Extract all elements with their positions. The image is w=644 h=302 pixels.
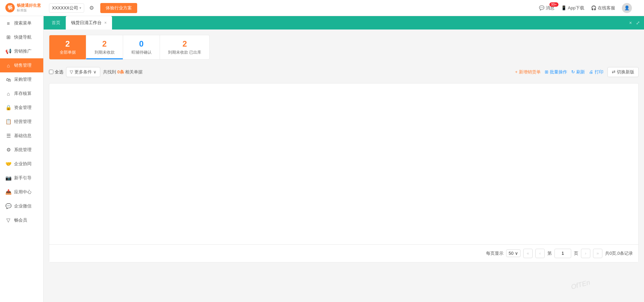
sidebar-item-wechat[interactable]: 💬 企业微信 — [0, 199, 43, 213]
guide-icon: 📷 — [5, 175, 11, 181]
download-icon: 📱 — [561, 5, 567, 10]
sidebar-item-guide[interactable]: 📷 新手引导 — [0, 171, 43, 185]
sidebar-item-member[interactable]: ▽ 畅会员 — [0, 213, 43, 227]
sidebar-item-label: 营销推广 — [14, 48, 32, 54]
tab-close-icon[interactable]: × — [104, 20, 107, 25]
card-pending[interactable]: 0 旺辅待确认 — [123, 35, 160, 59]
sidebar-item-label: 搜索菜单 — [14, 20, 32, 26]
sidebar-item-label: 畅会员 — [14, 217, 27, 223]
card-pending-label: 旺辅待确认 — [131, 50, 152, 55]
sidebar-item-operations[interactable]: 📋 经营管理 — [0, 115, 43, 129]
switch-version-button[interactable]: ⇄ 切换新版 — [607, 67, 639, 77]
message-icon: 💬 — [539, 5, 544, 10]
operations-icon: 📋 — [5, 119, 11, 125]
card-all[interactable]: 2 全部单据 — [49, 35, 86, 59]
card-all-label: 全部单据 — [57, 50, 78, 55]
tab-home[interactable]: 首页 — [46, 16, 66, 29]
card-overdue-shipped[interactable]: 2 到期未收款 已出库 — [160, 35, 209, 59]
sidebar-item-search-menu[interactable]: ≡ 搜索菜单 — [0, 16, 43, 30]
logo-text-area: 畅捷通好生意 标准版 — [17, 3, 41, 12]
sidebar-item-quick-nav[interactable]: ⊞ 快捷导航 — [0, 30, 43, 44]
select-all-input[interactable] — [49, 70, 53, 74]
tab-workbench-label: 钱货日清工作台 — [71, 20, 102, 26]
sidebar-item-purchase[interactable]: 🛍 采购管理 — [0, 72, 43, 86]
page-label-suffix: 页 — [574, 250, 578, 256]
main-content: 2 全部单据 2 到期未收款 0 旺辅待确认 2 到期未收款 已出库 全选 ▽ … — [44, 29, 644, 302]
settings-button[interactable]: ⚙ — [87, 3, 96, 13]
page-input[interactable] — [554, 249, 571, 258]
tab-workbench[interactable]: 钱货日清工作台 × — [66, 16, 112, 29]
logo-area: 畅 畅捷通好生意 标准版 — [5, 3, 49, 12]
filter-arrow: ∨ — [93, 69, 97, 74]
refresh-icon: ↻ — [571, 69, 575, 74]
purchase-icon: 🛍 — [5, 77, 11, 82]
cooperation-icon: 🤝 — [5, 161, 11, 167]
wechat-icon: 💬 — [5, 203, 11, 209]
maximize-button[interactable]: ⤢ — [635, 19, 641, 27]
page-label-prefix: 第 — [547, 250, 552, 256]
sidebar-item-marketing[interactable]: 📢 营销推广 — [0, 44, 43, 58]
sidebar-item-label: 销售管理 — [14, 62, 32, 68]
filter-button[interactable]: ▽ 更多条件 ∨ — [66, 67, 100, 77]
card-overdue[interactable]: 2 到期未收款 — [86, 35, 123, 59]
company-dropdown-arrow: ▾ — [79, 6, 81, 10]
sidebar: ≡ 搜索菜单 ⊞ 快捷导航 📢 营销推广 ⌂ 销售管理 🛍 采购管理 ⌂ 库存核… — [0, 16, 44, 302]
app-center-icon: 📥 — [5, 189, 11, 195]
prev-page-button[interactable]: ‹ — [535, 249, 545, 258]
refresh-button[interactable]: ↻ 刷新 — [571, 69, 585, 75]
per-page-select[interactable]: 50 ∨ — [506, 249, 520, 257]
sidebar-item-label: 经营管理 — [14, 119, 32, 125]
sidebar-item-finance[interactable]: 🔒 资金管理 — [0, 101, 43, 115]
toolbar: 全选 ▽ 更多条件 ∨ 共找到 0条 相关单据 + 新增销货单 ⊞ 批量操作 ↻… — [49, 64, 639, 80]
card-overdue-num: 2 — [94, 39, 115, 49]
sidebar-item-basic-info[interactable]: ☰ 基础信息 — [0, 129, 43, 143]
print-button[interactable]: 🖨 打印 — [589, 69, 603, 75]
online-service-button[interactable]: 🎧 在线客服 — [591, 5, 615, 11]
basic-info-icon: ☰ — [5, 133, 11, 139]
sidebar-item-sales[interactable]: ⌂ 销售管理 — [0, 58, 43, 72]
last-page-button[interactable]: » — [593, 249, 602, 258]
found-count: 0条 — [117, 69, 124, 74]
table-area: 每页显示 50 ∨ « ‹ 第 页 › » 共0页,0条记录 — [49, 83, 639, 262]
batch-btn-label: 批量操作 — [550, 69, 567, 75]
next-page-icon: › — [585, 251, 586, 256]
total-info: 共0页,0条记录 — [605, 250, 633, 256]
message-badge: 99+ — [549, 2, 558, 7]
next-page-button[interactable]: › — [581, 249, 590, 258]
message-button[interactable]: 💬 消息 99+ — [539, 5, 554, 11]
trial-button[interactable]: 体验行业方案 — [100, 3, 137, 13]
minimize-button[interactable]: × — [628, 19, 633, 27]
sidebar-item-label: 企业协同 — [14, 161, 32, 167]
company-selector[interactable]: XXXXXX公司 ▾ — [49, 3, 84, 13]
prev-page-icon: ‹ — [539, 251, 541, 256]
inventory-icon: ⌂ — [5, 91, 11, 97]
logo-sub: 标准版 — [17, 8, 41, 13]
add-sales-order-button[interactable]: + 新增销货单 — [515, 69, 541, 75]
sidebar-item-app-center[interactable]: 📥 应用中心 — [0, 185, 43, 199]
add-btn-label: 新增销货单 — [519, 69, 541, 75]
sidebar-item-inventory[interactable]: ⌂ 库存核算 — [0, 86, 43, 101]
sidebar-item-label: 基础信息 — [14, 133, 32, 139]
print-icon: 🖨 — [589, 69, 593, 74]
select-all-label: 全选 — [55, 69, 63, 75]
sidebar-item-cooperation[interactable]: 🤝 企业协同 — [0, 157, 43, 171]
sidebar-item-label: 新手引导 — [14, 175, 32, 181]
select-all-checkbox[interactable]: 全选 — [49, 69, 63, 75]
summary-cards: 2 全部单据 2 到期未收款 0 旺辅待确认 2 到期未收款 已出库 — [49, 35, 210, 60]
avatar[interactable]: 👤 — [622, 3, 632, 13]
batch-operation-button[interactable]: ⊞ 批量操作 — [545, 69, 567, 75]
sidebar-item-label: 资金管理 — [14, 105, 32, 111]
print-label: 打印 — [595, 69, 603, 75]
found-text: 共找到 0条 相关单据 — [103, 69, 143, 75]
sales-icon: ⌂ — [5, 63, 11, 68]
online-service-label: 在线客服 — [598, 5, 615, 11]
first-page-button[interactable]: « — [523, 249, 533, 258]
tab-home-label: 首页 — [52, 20, 60, 26]
header-right: 💬 消息 99+ 📱 App下载 🎧 在线客服 👤 — [539, 3, 639, 13]
filter-label: 更多条件 — [74, 69, 92, 75]
sidebar-item-label: 应用中心 — [14, 189, 32, 195]
refresh-label: 刷新 — [576, 69, 585, 75]
sidebar-item-system[interactable]: ⚙ 系统管理 — [0, 143, 43, 157]
app-download-button[interactable]: 📱 App下载 — [561, 5, 584, 11]
pagination: 每页显示 50 ∨ « ‹ 第 页 › » 共0页,0条记录 — [49, 244, 638, 262]
